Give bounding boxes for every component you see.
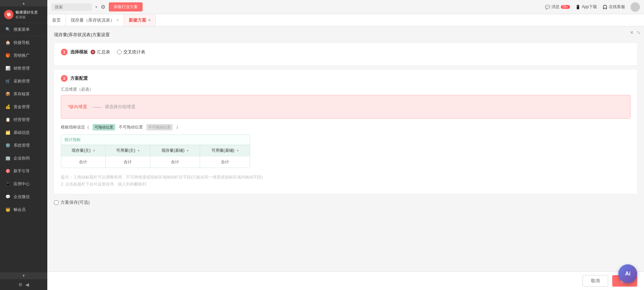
sidebar-item-quicknav[interactable]: 🏠 快捷导航 — [0, 36, 47, 49]
sidebar-item-member[interactable]: 👑 畅会员 — [0, 203, 47, 216]
topbar-settings-icon[interactable]: ⚙ — [101, 4, 105, 10]
cart-icon: 🛒 — [5, 78, 11, 84]
topbar: ▾ ⚙ 体验行业方案 💬 消息 99+ 📱 App下载 🎧 在线客服 — [47, 0, 644, 14]
sidebar-item-basic[interactable]: 🗂️ 基础信息 — [0, 126, 47, 139]
sidebar-item-sales[interactable]: 📊 销售管理 — [0, 62, 47, 75]
template-options: 汇总表 交叉统计表 — [91, 49, 145, 55]
step1-badge: 1 — [61, 49, 68, 55]
col-chevron-3: ▾ — [237, 149, 239, 152]
save-option-label: 方案保存(可选) — [60, 199, 90, 206]
inventory-tab-label: 现存量（库存状况表） — [71, 17, 115, 23]
indicator-suffix: ） — [176, 124, 180, 130]
app-download-button[interactable]: 📱 App下载 — [575, 4, 597, 10]
dimension-required-label: *纵向维度 — [68, 104, 87, 110]
sidebar-item-marketing[interactable]: 🎁 营销推广 — [0, 49, 47, 62]
home-icon: 🏠 — [5, 40, 11, 46]
building-icon: 🏢 — [5, 155, 11, 161]
page-title: 现存量(库存状况表)方案设置 — [54, 32, 637, 38]
window-controls: ✕ ⤡ — [630, 30, 641, 35]
topbar-chevron-icon[interactable]: ▾ — [95, 5, 97, 9]
maximize-window-button[interactable]: ⤡ — [637, 30, 641, 35]
save-option: 方案保存(可选) — [54, 199, 637, 206]
content-area: ✕ ⤡ 现存量(库存状况表)方案设置 1 选择模板 汇总表 交叉统计表 — [47, 26, 644, 271]
collapse-button[interactable]: ◀ — [25, 282, 29, 287]
sidebar-item-enterprise[interactable]: 🏢 企业协同 — [0, 152, 47, 165]
main-area: ▾ ⚙ 体验行业方案 💬 消息 99+ 📱 App下载 🎧 在线客服 首页 — [47, 0, 644, 290]
dimension-separator: —— — [93, 104, 101, 110]
indicator-nodrag-label: 不可拖动位置 — [119, 124, 143, 130]
inventory-tab-close[interactable]: × — [117, 18, 119, 23]
money-icon: 💰 — [5, 104, 11, 110]
radio-summary-label: 汇总表 — [97, 49, 110, 55]
topbar-right: 💬 消息 99+ 📱 App下载 🎧 在线客服 — [545, 2, 640, 12]
indicator-label: 模板指标设定（ — [61, 124, 89, 130]
tab-new-scheme[interactable]: 新建方案 × — [124, 14, 156, 26]
sidebar-item-inventory[interactable]: 📦 库存核算 — [0, 88, 47, 100]
col-header-1[interactable]: 可用量(主) ▾ — [105, 145, 150, 156]
cell-1: 合计 — [105, 156, 150, 168]
ai-fab-button[interactable]: Ai — [618, 264, 637, 283]
sidebar: ▲ 畅 畅康通好生意 标准版 🔍 搜索菜单 🏠 快捷导航 🎁 营销推广 📊 销售… — [0, 0, 47, 290]
radio-summary-input[interactable] — [91, 50, 95, 54]
clipboard-icon: 📋 — [5, 117, 11, 123]
cancel-button[interactable]: 取消 — [583, 275, 608, 287]
tip-1: 提示： 1.拖动标题栏可以调整布局，不可跨维度或指标区域拖动栏目字段(只能在同一… — [61, 174, 630, 180]
message-icon: 💬 — [545, 5, 550, 9]
col-header-3[interactable]: 可用量(基辅) ▾ — [200, 145, 250, 156]
sidebar-item-newbie[interactable]: 🎯 新手引导 — [0, 165, 47, 177]
new-scheme-tab-close[interactable]: × — [148, 18, 151, 23]
tab-inventory[interactable]: 现存量（库存状况表） × — [66, 14, 124, 26]
col-chevron-1: ▾ — [138, 149, 140, 152]
settings-button[interactable]: ⚙ — [18, 282, 23, 287]
sidebar-scroll-up[interactable]: ▲ — [0, 0, 47, 6]
sidebar-scroll-down[interactable]: ▼ — [0, 272, 47, 279]
radio-cross-input[interactable] — [117, 50, 122, 54]
step1-title: 选择模板 — [70, 49, 88, 55]
mobile-icon: 📱 — [5, 181, 11, 187]
step2-badge: 2 — [61, 75, 68, 82]
app-logo: 畅 畅康通好生意 标准版 — [0, 6, 47, 23]
topbar-search-input[interactable] — [51, 3, 92, 11]
save-checkbox[interactable] — [54, 200, 58, 205]
stats-header-row: 现存量(主) ▾ 可用量(主) ▾ 现存量(基辅) ▾ — [61, 145, 250, 156]
step1-card: 1 选择模板 汇总表 交叉统计表 — [54, 43, 637, 66]
sidebar-item-operations[interactable]: 📋 经营管理 — [0, 113, 47, 126]
col-header-0[interactable]: 现存量(主) ▾ — [61, 145, 105, 156]
logo-icon: 畅 — [4, 10, 14, 19]
sidebar-item-finance[interactable]: 💰 资金管理 — [0, 100, 47, 113]
col-header-2[interactable]: 现存量(基辅) ▾ — [150, 145, 200, 156]
online-service-button[interactable]: 🎧 在线客服 — [602, 4, 625, 10]
radio-cross[interactable]: 交叉统计表 — [117, 49, 145, 55]
cell-0: 合计 — [61, 156, 105, 168]
radio-summary[interactable]: 汇总表 — [91, 49, 110, 55]
gear-icon: ⚙️ — [5, 142, 11, 148]
sidebar-search[interactable]: 🔍 搜索菜单 — [0, 23, 47, 36]
crown-icon: 👑 — [5, 207, 11, 213]
trial-button[interactable]: 体验行业方案 — [109, 2, 143, 11]
chart-icon: 📊 — [5, 65, 11, 71]
sidebar-item-purchase[interactable]: 🛒 采购管理 — [0, 75, 47, 88]
messages-button[interactable]: 💬 消息 99+ — [545, 4, 570, 10]
stats-section: 统计指标 现存量(主) ▾ 可用量(主) ▾ — [61, 135, 250, 168]
home-tab-label: 首页 — [52, 17, 61, 23]
new-scheme-tab-label: 新建方案 — [129, 17, 146, 23]
radio-cross-label: 交叉统计表 — [123, 49, 145, 55]
close-window-button[interactable]: ✕ — [630, 30, 634, 35]
wechat-icon: 💬 — [5, 194, 11, 200]
gift-icon: 🎁 — [5, 52, 11, 58]
dimension-area[interactable]: *纵向维度 —— 请选择分组维度 — [61, 95, 630, 119]
step2-card: 2 方案配置 汇总维度（必选） *纵向维度 —— 请选择分组维度 模板指标设定（… — [54, 70, 637, 194]
folder-icon: 🗂️ — [5, 129, 11, 136]
user-avatar[interactable] — [630, 2, 640, 12]
draggable-badge: 可拖动位置 — [93, 124, 115, 130]
step2-title: 方案配置 — [70, 75, 88, 81]
sidebar-item-appcenter[interactable]: 📱 应用中心 — [0, 177, 47, 190]
cell-2: 合计 — [150, 156, 200, 168]
logo-text: 畅康通好生意 标准版 — [16, 10, 38, 19]
sidebar-item-system[interactable]: ⚙️ 系统管理 — [0, 139, 47, 152]
sidebar-item-wechat[interactable]: 💬 企业微信 — [0, 190, 47, 203]
tab-home[interactable]: 首页 — [47, 14, 66, 26]
target-icon: 🎯 — [5, 168, 11, 174]
col-chevron-0: ▾ — [93, 149, 95, 152]
dimension-placeholder: 请选择分组维度 — [105, 104, 135, 110]
